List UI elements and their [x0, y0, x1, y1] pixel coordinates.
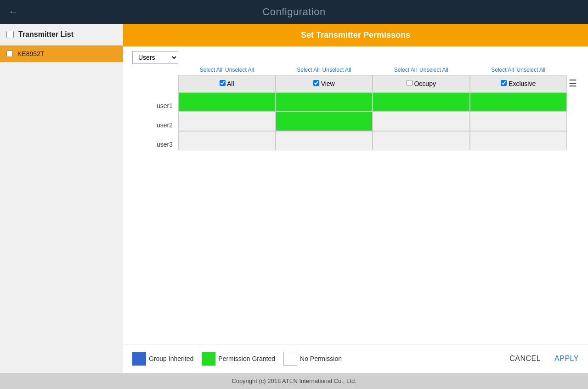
permission-table-layout: user1 user2 user3 Select All Unselect Al…	[132, 67, 579, 154]
occupy-select-links: Select All Unselect All	[373, 67, 470, 73]
col-header-all: All	[178, 75, 276, 92]
group-inherited-label: Group Inherited	[149, 355, 193, 362]
sidebar: Transmitter List KE8952T	[0, 24, 123, 373]
exclusive-select-all-btn[interactable]: Select All	[491, 67, 514, 73]
user1-view-cell[interactable]	[276, 92, 373, 112]
user3-all-cell[interactable]	[178, 131, 276, 150]
view-select-links: Select All Unselect All	[276, 67, 373, 73]
sidebar-title: Transmitter List	[18, 30, 74, 39]
no-permission-label: No Permission	[300, 355, 342, 362]
permission-columns: Select All Unselect All Select All Unsel…	[178, 67, 567, 154]
exclusive-select-links: Select All Unselect All	[470, 67, 567, 73]
view-select-all-btn[interactable]: Select All	[297, 67, 319, 73]
exclusive-unselect-all-btn[interactable]: Unselect All	[517, 67, 546, 73]
all-unselect-all-btn[interactable]: Unselect All	[225, 67, 254, 73]
user1-occupy-cell[interactable]	[373, 92, 470, 112]
column-headers-row: All View Occupy Exclusive	[178, 75, 567, 92]
user2-row	[178, 112, 567, 131]
user2-all-cell[interactable]	[178, 112, 276, 131]
user3-label: user3	[132, 135, 178, 154]
all-select-links: Select All Unselect All	[178, 67, 276, 73]
user1-all-cell[interactable]	[178, 92, 276, 112]
col-header-occupy: Occupy	[373, 75, 470, 92]
permission-granted-box	[202, 352, 215, 366]
user3-row	[178, 131, 567, 150]
copyright-bar: Copyright (c) 2018 ATEN International Co…	[0, 373, 588, 389]
legend-no-permission: No Permission	[283, 352, 342, 366]
main-container: Transmitter List KE8952T Set Transmitter…	[0, 24, 588, 373]
col-header-view: View	[276, 75, 373, 92]
user2-label: user2	[132, 115, 178, 135]
group-inherited-box	[132, 352, 146, 366]
col-header-exclusive: Exclusive	[470, 75, 567, 92]
occupy-unselect-all-btn[interactable]: Unselect All	[419, 67, 448, 73]
top-bar: ← Configuration	[0, 0, 588, 24]
user2-exclusive-cell[interactable]	[470, 112, 567, 131]
footer-buttons: CANCEL APPLY	[509, 355, 579, 363]
sidebar-item-checkbox[interactable]	[6, 51, 13, 57]
sidebar-item-label: KE8952T	[17, 50, 44, 57]
user1-row	[178, 92, 567, 112]
select-links-row: Select All Unselect All Select All Unsel…	[178, 67, 567, 73]
hamburger-button[interactable]: ☰	[567, 76, 579, 91]
occupy-select-all-btn[interactable]: Select All	[394, 67, 417, 73]
dropdown-row: Users Groups	[132, 51, 579, 64]
col-occupy-checkbox[interactable]	[407, 80, 413, 86]
user-group-select[interactable]: Users Groups	[132, 51, 178, 64]
panel-header: Set Transmitter Permissons	[123, 24, 588, 46]
label-header-spacer	[132, 76, 178, 96]
permission-granted-label: Permission Granted	[218, 355, 275, 362]
user3-exclusive-cell[interactable]	[470, 131, 567, 150]
legend-group-inherited: Group Inherited	[132, 352, 193, 366]
no-permission-box	[283, 352, 297, 366]
view-unselect-all-btn[interactable]: Unselect All	[322, 67, 351, 73]
legend-permission-granted: Permission Granted	[202, 352, 275, 366]
back-button[interactable]: ←	[8, 6, 18, 18]
user3-view-cell[interactable]	[276, 131, 373, 150]
user1-exclusive-cell[interactable]	[470, 92, 567, 112]
user2-occupy-cell[interactable]	[373, 112, 470, 131]
user2-view-cell[interactable]	[276, 112, 373, 131]
user-labels-column: user1 user2 user3	[132, 67, 178, 154]
user3-occupy-cell[interactable]	[373, 131, 470, 150]
sidebar-item-ke8952t[interactable]: KE8952T	[0, 46, 123, 62]
col-view-checkbox[interactable]	[313, 80, 319, 86]
apply-button[interactable]: APPLY	[554, 355, 579, 363]
all-select-all-btn[interactable]: Select All	[200, 67, 222, 73]
footer: Group Inherited Permission Granted No Pe…	[123, 344, 588, 373]
content-panel: Set Transmitter Permissons Users Groups …	[123, 24, 588, 373]
cancel-button[interactable]: CANCEL	[509, 355, 541, 363]
user1-label: user1	[132, 96, 178, 115]
sidebar-header: Transmitter List	[0, 24, 123, 46]
sidebar-header-checkbox[interactable]	[6, 31, 14, 38]
copyright-text: Copyright (c) 2018 ATEN International Co…	[232, 378, 356, 384]
page-title: Configuration	[262, 6, 325, 18]
col-all-checkbox[interactable]	[220, 80, 226, 86]
col-exclusive-checkbox[interactable]	[501, 80, 507, 86]
table-area: Users Groups user1 user2 user3	[123, 46, 588, 344]
